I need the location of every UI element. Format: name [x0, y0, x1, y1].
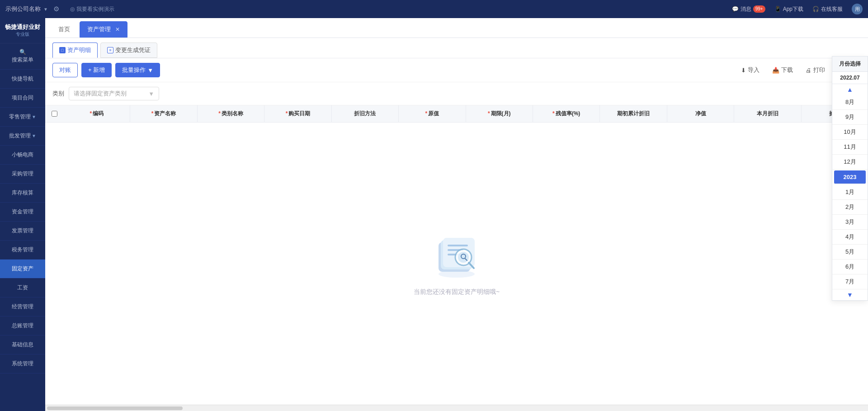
inventory-label: 库存核算	[12, 189, 33, 197]
demo-link[interactable]: ◎ 我要看实例演示	[70, 5, 114, 13]
col-depreciation-method: 折旧方法	[332, 105, 399, 122]
content-area: 首页 资产管理 ✕ □ 资产明细 ≡ 变更生成凭证	[45, 18, 868, 411]
import-button[interactable]: ⬇ 导入	[736, 63, 764, 77]
month-2[interactable]: 2月	[832, 200, 868, 215]
wholesale-label: 批发管理	[9, 132, 31, 140]
month-5[interactable]: 5月	[832, 245, 868, 260]
sub-tab-change-voucher[interactable]: ≡ 变更生成凭证	[100, 43, 157, 58]
fixed-assets-label: 固定资产	[12, 265, 33, 273]
month-4[interactable]: 4月	[832, 230, 868, 245]
required-mark: *	[425, 110, 427, 117]
tab-home[interactable]: 首页	[51, 21, 78, 38]
sidebar-item-basic-info[interactable]: 基础信息	[0, 335, 45, 354]
svg-rect-4	[448, 245, 468, 246]
sidebar: 畅捷通好业财 专业版 🔍 搜索菜单 快捷导航 项目合同 零售管理 ▼ 批发管理 …	[0, 18, 45, 411]
month-year-2023[interactable]: 2023	[834, 170, 866, 184]
sidebar-item-system[interactable]: 系统管理	[0, 354, 45, 373]
month-12[interactable]: 12月	[832, 155, 868, 170]
month-9[interactable]: 9月	[832, 110, 868, 125]
sidebar-item-ledger[interactable]: 总账管理	[0, 317, 45, 335]
app-download-label: App下载	[783, 5, 803, 13]
col-net-value: 净值	[667, 105, 734, 122]
sidebar-item-purchase[interactable]: 采购管理	[0, 165, 45, 184]
sidebar-item-retail[interactable]: 零售管理 ▼	[0, 108, 45, 127]
headset-icon: 🎧	[812, 6, 819, 12]
sidebar-item-ecommerce[interactable]: 小畅电商	[0, 146, 45, 165]
print-icon: 🖨	[806, 67, 811, 74]
add-button[interactable]: + 新增	[81, 63, 112, 77]
table-header: *编码 *资产名称 *类别名称 *购买日期 折旧方法 *原值	[45, 105, 868, 123]
app-download-button[interactable]: 📱 App下载	[774, 5, 803, 13]
sidebar-item-quicknav[interactable]: 快捷导航	[0, 70, 45, 89]
month-1[interactable]: 1月	[832, 185, 868, 200]
reconcile-button[interactable]: 对账	[52, 63, 78, 77]
logo-sub: 专业版	[4, 31, 42, 38]
sidebar-item-label: 搜索菜单	[12, 56, 33, 64]
sub-tabs: □ 资产明细 ≡ 变更生成凭证	[45, 38, 868, 58]
bottom-scrollbar[interactable]	[45, 405, 868, 411]
empty-illustration	[429, 231, 484, 281]
month-11[interactable]: 11月	[832, 140, 868, 155]
sidebar-item-finance[interactable]: 资金管理	[0, 203, 45, 222]
batch-label: 批量操作	[122, 66, 146, 74]
category-select-arrow-icon: ▼	[148, 90, 154, 97]
company-selector[interactable]: 示例公司名称 ▼	[5, 5, 48, 13]
batch-button[interactable]: 批量操作 ▼	[115, 63, 160, 77]
online-service-button[interactable]: 🎧 在线客服	[812, 5, 843, 13]
import-label: 导入	[748, 66, 760, 74]
ecommerce-label: 小畅电商	[12, 151, 33, 159]
basic-info-label: 基础信息	[12, 341, 33, 349]
sidebar-item-invoice[interactable]: 发票管理	[0, 222, 45, 241]
svg-point-8	[458, 252, 469, 263]
main-wrapper: □ 资产明细 ≡ 变更生成凭证 对账 + 新增 批量操作 ▼	[45, 38, 868, 411]
month-8[interactable]: 8月	[832, 95, 868, 110]
retail-label: 零售管理	[9, 113, 31, 121]
required-mark: *	[488, 110, 490, 117]
project-label: 项目合同	[12, 94, 33, 102]
month-7[interactable]: 7月	[832, 274, 868, 289]
settings-icon[interactable]: ⚙	[53, 5, 59, 13]
change-voucher-icon: ≡	[107, 47, 113, 53]
category-select[interactable]: 请选择固定资产类别 ▼	[69, 87, 159, 100]
download-button[interactable]: 📥 下载	[768, 63, 797, 77]
month-3[interactable]: 3月	[832, 215, 868, 230]
sub-tab-asset-detail[interactable]: □ 资产明细	[52, 43, 98, 58]
print-label: 打印	[813, 66, 825, 74]
month-panel-year: 2022.07	[832, 72, 868, 84]
company-name: 示例公司名称	[5, 5, 41, 13]
company-chevron-icon: ▼	[43, 7, 48, 12]
month-6[interactable]: 6月	[832, 260, 868, 274]
sidebar-item-search[interactable]: 🔍 搜索菜单	[0, 43, 45, 70]
month-up-arrow[interactable]: ▲	[832, 84, 868, 95]
sidebar-item-tax[interactable]: 税务管理	[0, 241, 45, 260]
scroll-thumb[interactable]	[47, 406, 183, 410]
tab-asset-management[interactable]: 资产管理 ✕	[80, 21, 127, 38]
month-down-arrow[interactable]: ▼	[832, 289, 868, 300]
month-10[interactable]: 10月	[832, 125, 868, 140]
sidebar-item-fixed-assets[interactable]: 固定资产	[0, 260, 45, 279]
sub-tab-asset-detail-label: 资产明细	[67, 46, 91, 54]
empty-message: 当前您还没有固定资产明细哦~	[414, 288, 500, 296]
tab-close-icon[interactable]: ✕	[115, 26, 120, 33]
main-layout: 畅捷通好业财 专业版 🔍 搜索菜单 快捷导航 项目合同 零售管理 ▼ 批发管理 …	[0, 18, 868, 411]
empty-state: 当前您还没有固定资产明细哦~	[45, 123, 868, 405]
messages-button[interactable]: 💬 消息 99+	[732, 5, 765, 13]
asset-detail-icon: □	[59, 47, 66, 53]
sidebar-item-salary[interactable]: 工资	[0, 279, 45, 298]
user-avatar[interactable]: 用	[852, 4, 863, 14]
checkbox-input[interactable]	[52, 111, 57, 117]
sidebar-logo: 畅捷通好业财 专业版	[0, 18, 45, 43]
sidebar-item-operations[interactable]: 经营管理	[0, 298, 45, 317]
system-label: 系统管理	[12, 360, 33, 368]
col-original-value: *原值	[399, 105, 466, 122]
sidebar-item-inventory[interactable]: 库存核算	[0, 184, 45, 203]
col-purchase-date: *购买日期	[264, 105, 331, 122]
sidebar-item-project[interactable]: 项目合同	[0, 89, 45, 108]
print-button[interactable]: 🖨 打印	[801, 63, 830, 77]
message-badge: 99+	[753, 5, 765, 13]
batch-arrow-icon: ▼	[147, 67, 153, 74]
select-all-checkbox[interactable]	[45, 106, 63, 121]
sidebar-item-wholesale[interactable]: 批发管理 ▼	[0, 127, 45, 146]
filter-bar: 类别 请选择固定资产类别 ▼	[45, 82, 868, 105]
message-icon: 💬	[732, 6, 739, 12]
